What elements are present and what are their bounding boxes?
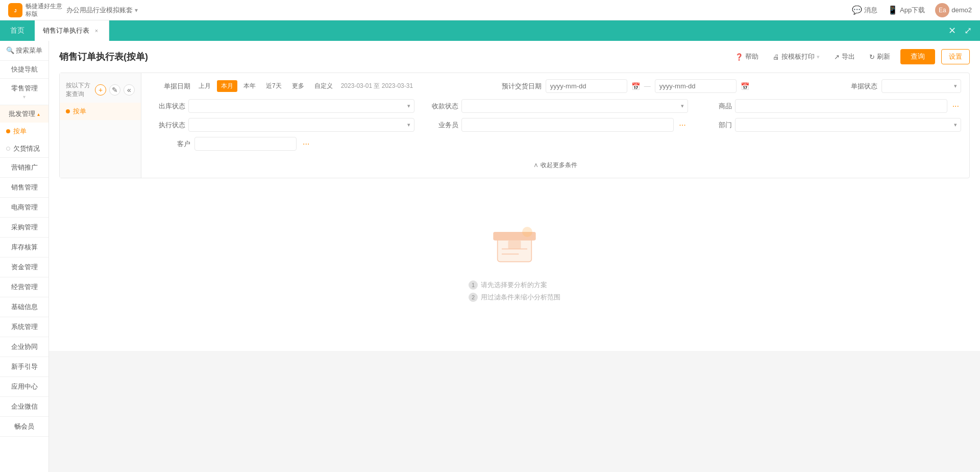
search-icon: 🔍 (6, 46, 14, 54)
sidebar-subitem-press[interactable]: 按单 (0, 123, 48, 140)
settings-btn[interactable]: 设置 (941, 49, 970, 64)
hint-2-text: 用过滤条件来缩小分析范围 (481, 293, 560, 302)
calendar-start-icon[interactable]: 📅 (631, 82, 640, 90)
filter-area: 按以下方案查询 + ✎ « (59, 73, 970, 178)
sidebar-item-member[interactable]: 畅会员 (0, 417, 48, 436)
window-close-btn[interactable]: ✕ (946, 23, 958, 38)
sidebar-item-marketing[interactable]: 营销推广 (0, 158, 48, 177)
filter-row-3: 执行状态 业务员 ··· (150, 118, 961, 132)
scheme-item-press[interactable]: 按单 (60, 103, 141, 120)
window-expand-btn[interactable]: ⤢ (962, 23, 974, 38)
message-action[interactable]: 💬 消息 (852, 5, 877, 15)
sidebar-finance-section: 资金管理 (0, 257, 48, 277)
date-tab-7days[interactable]: 近7天 (262, 80, 286, 92)
sidebar-wechat-label: 企业微信 (11, 402, 38, 411)
help-btn[interactable]: ❓ 帮助 (731, 50, 763, 63)
sidebar-item-stock[interactable]: 库存核算 (0, 238, 48, 257)
sidebar-item-wechat[interactable]: 企业微信 (0, 397, 48, 416)
avatar: Ea (935, 3, 949, 17)
hint-1-text: 请先选择要分析的方案 (481, 280, 547, 290)
sidebar-subitem-press-label: 按单 (13, 127, 27, 136)
tab-sales-order[interactable]: 销售订单执行表 × (35, 20, 109, 41)
refresh-btn[interactable]: ↻ 刷新 (865, 50, 894, 63)
status-select[interactable] (881, 79, 961, 93)
sidebar-quick-nav[interactable]: 快捷导航 (0, 61, 48, 79)
sidebar-item-guide[interactable]: 新手引导 (0, 357, 48, 376)
hint-2-num: 2 (469, 293, 478, 302)
sidebar-item-retail[interactable]: 零售管理 ▾ (0, 79, 48, 105)
top-header: J 畅捷通好生意 标版 办公用品行业模拟账套 ▾ 💬 消息 📱 App下载 Ea… (0, 0, 980, 20)
delivery-select[interactable] (188, 99, 414, 113)
query-btn[interactable]: 查询 (900, 49, 935, 64)
expected-date-end[interactable] (655, 79, 737, 93)
add-scheme-btn[interactable]: + (95, 84, 106, 96)
nav-dropdown-icon[interactable]: ▾ (135, 7, 138, 14)
goods-input[interactable] (735, 99, 947, 113)
print-dropdown-icon: ▾ (817, 54, 820, 60)
sidebar-item-ops[interactable]: 经营管理 (0, 277, 48, 297)
collapse-conditions-btn[interactable]: ∧ 收起更多条件 (150, 157, 961, 172)
date-tab-this-year[interactable]: 本年 (239, 80, 260, 92)
payment-select[interactable] (461, 99, 688, 113)
template-print-btn[interactable]: 🖨 按模板打印 ▾ (769, 50, 824, 63)
sidebar-item-finance[interactable]: 资金管理 (0, 257, 48, 277)
chevron-up-icon: ▴ (37, 111, 40, 117)
sidebar-basic-label: 基础信息 (11, 302, 38, 312)
sidebar-item-appstore[interactable]: 应用中心 (0, 377, 48, 396)
sidebar-finance-label: 资金管理 (11, 263, 38, 272)
date-tab-last-month[interactable]: 上月 (194, 80, 215, 92)
help-icon: ❓ (735, 53, 743, 61)
sidebar-item-sales[interactable]: 销售管理 (0, 178, 48, 197)
date-tab-custom[interactable]: 自定义 (310, 80, 337, 92)
sidebar-wechat-section: 企业微信 (0, 397, 48, 417)
customer-input[interactable] (194, 137, 297, 151)
collapse-sidebar-btn[interactable]: « (124, 84, 135, 96)
sidebar-subitem-backorder[interactable]: 欠货情况 (0, 140, 48, 157)
empty-illustration (489, 219, 540, 270)
sidebar-retail-label: 零售管理 (11, 84, 38, 93)
calendar-end-icon[interactable]: 📅 (741, 82, 749, 90)
date-tab-this-month[interactable]: 本月 (217, 80, 237, 92)
edit-scheme-btn[interactable]: ✎ (109, 84, 120, 96)
user-name: demo2 (951, 6, 972, 14)
sidebar-item-sys[interactable]: 系统管理 (0, 317, 48, 337)
goods-more-btn[interactable]: ··· (950, 102, 961, 111)
dept-select[interactable] (735, 118, 961, 132)
page-container: 销售订单执行表(按单) ❓ 帮助 🖨 按模板打印 ▾ ↗ 导出 (49, 41, 980, 351)
svg-text:J: J (14, 8, 16, 13)
hint-1-num: 1 (469, 280, 478, 290)
sidebar-appstore-label: 应用中心 (11, 382, 38, 391)
expected-date-start[interactable] (546, 79, 627, 93)
sidebar-item-wholesale[interactable]: 批发管理 ▴ (0, 105, 48, 123)
sidebar-wholesale-section: 批发管理 ▴ 按单 欠货情况 (0, 105, 48, 158)
sidebar-item-collab[interactable]: 企业协同 (0, 337, 48, 357)
sidebar-item-basic[interactable]: 基础信息 (0, 297, 48, 317)
delivery-label: 出库状态 (150, 102, 185, 111)
app-download-action[interactable]: 📱 App下载 (888, 5, 925, 15)
filter-row-1: 单据日期 上月 本月 本年 近7天 更多 自定义 2023-03-01 至 20… (150, 79, 961, 93)
filter-sidebar-header: 按以下方案查询 + ✎ « (60, 79, 141, 103)
salesman-more-btn[interactable]: ··· (677, 121, 688, 130)
exec-select[interactable] (188, 118, 414, 132)
sidebar-sys-label: 系统管理 (11, 322, 38, 332)
date-separator: — (644, 82, 651, 90)
salesman-input[interactable] (461, 118, 674, 132)
empty-hint-2: 2 用过滤条件来缩小分析范围 (469, 293, 560, 302)
sidebar-search[interactable]: 🔍 搜索菜单 (0, 41, 48, 61)
export-btn[interactable]: ↗ 导出 (830, 50, 859, 63)
logo-text: 畅捷通好生意 标版 (26, 3, 62, 17)
delivery-filter-cell: 出库状态 (150, 99, 414, 113)
nav-title[interactable]: 办公用品行业模拟账套 ▾ (66, 6, 138, 15)
tab-close-icon[interactable]: × (92, 27, 101, 35)
user-area[interactable]: Ea demo2 (935, 3, 972, 17)
date-tab-more[interactable]: 更多 (288, 80, 308, 92)
collapse-arrow-icon: ∧ (533, 161, 538, 169)
sidebar-sys-section: 系统管理 (0, 317, 48, 337)
add-scheme-icon: + (99, 86, 103, 94)
sidebar-item-purchase[interactable]: 采购管理 (0, 218, 48, 237)
empty-state: 1 请先选择要分析的方案 2 用过滤条件来缩小分析范围 (59, 178, 970, 343)
tab-home[interactable]: 首页 (0, 20, 35, 41)
customer-more-btn[interactable]: ··· (301, 139, 311, 149)
sidebar-item-ecom[interactable]: 电商管理 (0, 198, 48, 217)
collapse-text: 收起更多条件 (541, 161, 577, 169)
